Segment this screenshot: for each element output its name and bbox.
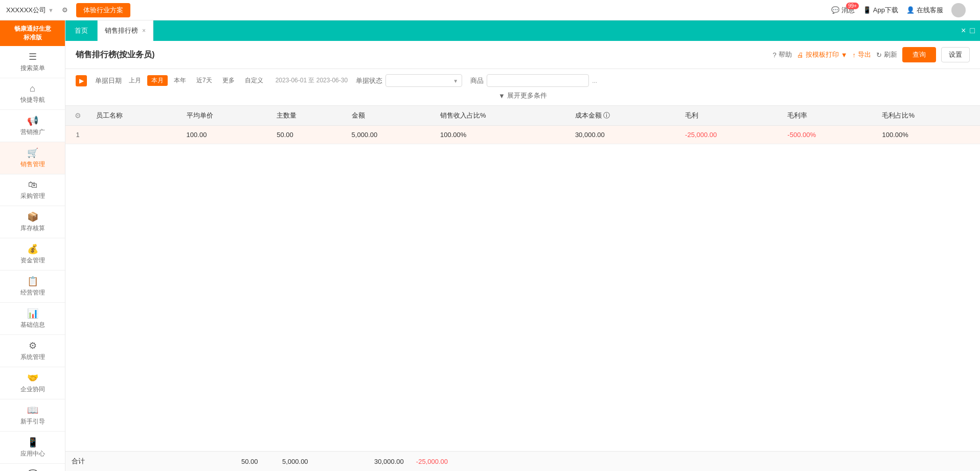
avatar[interactable]: [951, 3, 966, 17]
date-tab-this-month[interactable]: 本月: [147, 75, 168, 86]
filter-row: ▶ 单据日期 上月 本月 本年 近7天 更多 自定义: [76, 74, 970, 87]
cell-amount: 5,000.00: [346, 126, 434, 144]
cell-gross-rate: -500.00%: [781, 126, 876, 144]
cell-avg-price: 100.00: [180, 126, 271, 144]
col-settings: ⚙: [65, 106, 90, 126]
sidebar-item-marketing[interactable]: 📢 营销推广: [0, 110, 65, 142]
table-area: ⚙ 员工名称 平均单价 主数量 金额 销售收入占比% 成本金额 ⓘ 毛利 毛利率…: [65, 106, 980, 451]
goods-filter-label: 商品: [470, 76, 484, 85]
status-filter-label: 单据状态: [356, 76, 382, 85]
message-button[interactable]: 💬 消息 99+: [831, 6, 855, 15]
goods-input[interactable]: [487, 74, 589, 87]
print-button[interactable]: 🖨 按模板打印 ▼: [797, 50, 848, 59]
filter-toggle-button[interactable]: ▶: [76, 75, 87, 86]
date-filter: 单据日期 上月 本月 本年 近7天 更多 自定义: [95, 75, 267, 86]
status-select[interactable]: [385, 74, 462, 87]
logo-text: 畅康通好生意 标准版: [14, 25, 51, 42]
page-title: 销售排行榜(按业务员): [76, 50, 155, 60]
tab-sales-ranking[interactable]: 销售排行榜 ×: [98, 20, 153, 41]
sidebar-item-search[interactable]: ☰ 搜索菜单: [0, 46, 65, 78]
cell-name: [90, 126, 180, 144]
tab-bar-right: × □: [956, 26, 980, 35]
expand-button[interactable]: ▼ 展开更多条件: [498, 91, 547, 100]
cell-cost: 30,000.00: [569, 126, 679, 144]
col-gross-pct: 毛利占比%: [876, 106, 980, 126]
sidebar-item-basic-info[interactable]: 📊 基础信息: [0, 303, 65, 335]
help-button[interactable]: ? 帮助: [772, 50, 791, 59]
export-button[interactable]: ↑ 导出: [853, 50, 872, 59]
app-download-button[interactable]: 📱 App下载: [863, 6, 898, 15]
sidebar-item-quick-nav[interactable]: ⌂ 快捷导航: [0, 78, 65, 110]
sidebar-item-wechat[interactable]: 💬 企业微信: [0, 464, 65, 471]
footer-qty: 50.00: [235, 458, 276, 465]
refresh-button[interactable]: ↻ 刷新: [876, 50, 897, 59]
footer-cells: 50.00 5,000.00 30,000.00 -25,000.00: [174, 458, 974, 465]
column-settings-icon[interactable]: ⚙: [75, 111, 81, 120]
main-layout: 畅康通好生意 标准版 ☰ 搜索菜单 ⌂ 快捷导航 📢 营销推广 🛒 销售管理 🛍…: [0, 20, 980, 471]
footer-cost: 30,000.00: [368, 458, 410, 465]
date-filter-label: 单据日期: [95, 76, 122, 85]
expand-label: 展开更多条件: [507, 91, 547, 100]
sidebar-item-label: 搜索菜单: [20, 64, 45, 73]
wechat-icon: 💬: [27, 469, 38, 471]
table-header: ⚙ 员工名称 平均单价 主数量 金额 销售收入占比% 成本金额 ⓘ 毛利 毛利率…: [65, 106, 980, 126]
sidebar-item-label: 采购管理: [20, 192, 45, 200]
sidebar-item-guide[interactable]: 📖 新手引导: [0, 399, 65, 432]
sidebar-item-app-center[interactable]: 📱 应用中心: [0, 432, 65, 464]
tab-sales-ranking-label: 销售排行榜: [105, 26, 138, 35]
message-icon: 💬: [831, 6, 839, 14]
table-header-row: ⚙ 员工名称 平均单价 主数量 金额 销售收入占比% 成本金额 ⓘ 毛利 毛利率…: [65, 106, 980, 126]
tab-bar: 首页 销售排行榜 × × □: [65, 20, 980, 41]
online-service-button[interactable]: 👤 在线客服: [906, 6, 943, 15]
main-content: 首页 销售排行榜 × × □ 销售排行榜(按业务员) ? 帮助: [65, 20, 980, 471]
col-gross-rate: 毛利率: [781, 106, 876, 126]
sidebar-item-purchase[interactable]: 🛍 采购管理: [0, 174, 65, 206]
company-selector[interactable]: XXXXXX公司 ▼: [6, 6, 54, 15]
tab-minimize-button[interactable]: ×: [961, 26, 966, 35]
settings-icon[interactable]: ⚙: [58, 3, 72, 17]
sidebar-item-finance[interactable]: 💰 资金管理: [0, 238, 65, 271]
sidebar-item-label: 营销推广: [20, 128, 45, 137]
cell-qty: 50.00: [270, 126, 345, 144]
goods-more-button[interactable]: ...: [592, 77, 597, 84]
tab-home[interactable]: 首页: [65, 20, 98, 41]
expand-row: ▼ 展开更多条件: [76, 91, 970, 100]
guide-icon: 📖: [27, 405, 38, 416]
operation-icon: 📋: [27, 276, 38, 287]
date-tab-last-month[interactable]: 上月: [125, 75, 145, 86]
sidebar-item-label: 系统管理: [20, 353, 45, 362]
query-button[interactable]: 查询: [902, 47, 936, 62]
inventory-icon: 📦: [27, 211, 38, 222]
print-chevron-icon: ▼: [841, 51, 848, 59]
refresh-icon: ↻: [876, 51, 882, 59]
col-cost: 成本金额 ⓘ: [569, 106, 679, 126]
sidebar-item-system[interactable]: ⚙ 系统管理: [0, 335, 65, 367]
table-body: 1 100.00 50.00 5,000.00 100.00% 30,000.0…: [65, 126, 980, 144]
message-badge: 99+: [846, 3, 859, 9]
tab-close-icon[interactable]: ×: [142, 27, 146, 34]
app-download-label: App下载: [873, 6, 898, 15]
home-icon: ⌂: [30, 83, 35, 94]
goods-filter: 商品 ...: [470, 74, 597, 87]
date-tab-more[interactable]: 更多: [218, 75, 239, 86]
purchase-icon: 🛍: [28, 180, 37, 190]
basic-info-icon: 📊: [27, 308, 38, 319]
table-footer: 合计 50.00 5,000.00 30,000.00 -25,000.00: [65, 451, 980, 471]
date-tabs: 上月 本月 本年 近7天 更多 自定义: [125, 75, 267, 86]
company-name: XXXXXX公司: [6, 6, 46, 15]
date-tab-7days[interactable]: 近7天: [192, 75, 216, 86]
tab-maximize-button[interactable]: □: [970, 26, 975, 35]
settings-button[interactable]: 设置: [941, 47, 970, 62]
industry-button[interactable]: 体验行业方案: [76, 3, 130, 17]
finance-icon: 💰: [27, 243, 38, 255]
sidebar-item-inventory[interactable]: 📦 库存核算: [0, 206, 65, 238]
date-tab-custom[interactable]: 自定义: [241, 75, 267, 86]
sidebar-item-sales[interactable]: 🛒 销售管理: [0, 142, 65, 174]
print-icon: 🖨: [797, 51, 804, 59]
sidebar-logo: 畅康通好生意 标准版: [0, 20, 65, 46]
date-tab-this-year[interactable]: 本年: [170, 75, 190, 86]
marketing-icon: 📢: [27, 115, 38, 126]
sidebar-item-operation[interactable]: 📋 经营管理: [0, 271, 65, 303]
footer-amount: 5,000.00: [276, 458, 317, 465]
sidebar-item-enterprise[interactable]: 🤝 企业协同: [0, 367, 65, 399]
